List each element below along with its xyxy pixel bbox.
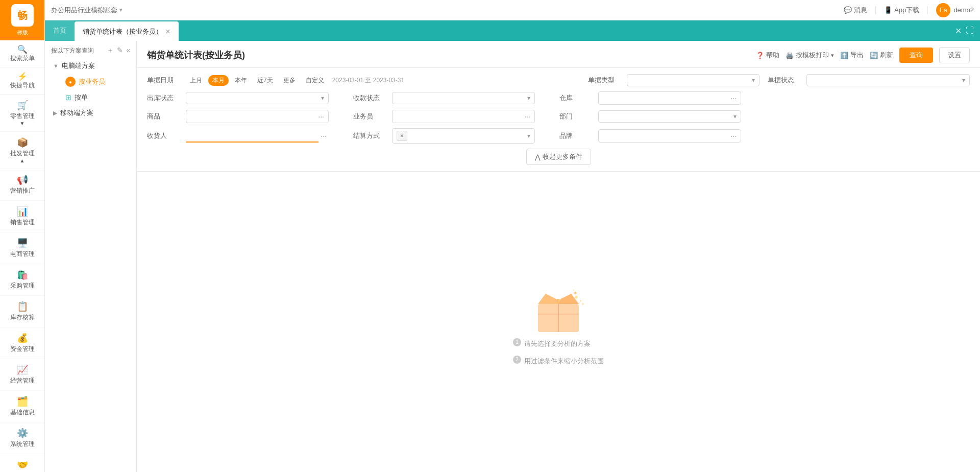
tabbar-expand-btn[interactable]: ⛶	[966, 26, 974, 35]
sidebar-item-marketing[interactable]: 📢 营销推广	[0, 169, 44, 201]
date-tabs: 上月 本月 本年 近7天 更多 自定义 2023-03-01 至 2023-03…	[186, 75, 404, 86]
sidebar-item-wholesale[interactable]: 📦 批发管理 ▲	[0, 132, 44, 169]
app-download-label: App下载	[894, 6, 919, 15]
out-status-arrow-icon: ▾	[321, 95, 324, 102]
wholesale-icon: 📦	[17, 137, 28, 148]
doc-status-select[interactable]: ▾	[806, 74, 970, 86]
tab-report[interactable]: 销货单统计表（按业务员） ✕	[75, 21, 179, 42]
app-download-icon: 📱	[884, 6, 892, 14]
date-tab-more[interactable]: 更多	[279, 75, 300, 86]
sidebar-item-inventory[interactable]: 📋 库存核算	[0, 296, 44, 327]
sidebar-logo[interactable]: 畅 标版	[0, 0, 44, 40]
date-tab-custom[interactable]: 自定义	[302, 75, 328, 86]
sidebar-item-system[interactable]: ⚙️ 系统管理	[0, 422, 44, 454]
tabbar-close-btn[interactable]: ✕	[955, 26, 962, 36]
empty-hint-2: 2 用过滤条件来缩小分析范围	[513, 355, 604, 368]
refresh-btn[interactable]: 🔄 刷新	[870, 51, 893, 60]
doc-status-label: 单据状态	[768, 76, 798, 85]
tab-report-label: 销货单统计表（按业务员）	[83, 27, 162, 36]
doc-type-select[interactable]: ▾	[627, 74, 760, 86]
sidebar-search[interactable]: 🔍 搜索菜单	[0, 40, 44, 67]
retail-icon: 🛒	[17, 100, 28, 111]
staff-label: 业务员	[353, 112, 384, 121]
pay-status-select[interactable]: ▾	[392, 92, 535, 104]
topbar-divider2	[927, 6, 928, 14]
avatar-text: Ea	[940, 7, 947, 14]
left-panel-actions: ＋ ✎ «	[107, 46, 130, 55]
sidebar-item-cooperation[interactable]: 🤝 企业协同	[0, 454, 44, 472]
sidebar-item-sales-label: 销售管理	[10, 218, 35, 227]
topbar-app-title[interactable]: 办公用品行业模拟账套 ▾	[51, 6, 122, 15]
query-btn[interactable]: 查询	[899, 48, 933, 63]
empty-illustration: ✦ ✦	[528, 276, 589, 337]
logo-text: 标版	[17, 29, 28, 36]
add-scheme-btn[interactable]: ＋	[107, 46, 114, 55]
sidebar-quick-nav[interactable]: ⚡ 快捷导航	[0, 67, 44, 95]
sidebar: 畅 标版 🔍 搜索菜单 ⚡ 快捷导航 🛒 零售管理 ▼ 📦 批发管理 ▲ 📢 营…	[0, 0, 45, 472]
date-tab-last-month[interactable]: 上月	[186, 75, 206, 86]
print-icon: 🖨️	[786, 52, 794, 59]
sales-icon: 📊	[17, 206, 28, 217]
staff-select[interactable]: ···	[392, 110, 535, 123]
goods-select[interactable]: ···	[186, 110, 329, 123]
collapse-panel-btn[interactable]: «	[126, 46, 130, 55]
tree-node-mobile[interactable]: ▶ 移动端方案	[45, 105, 136, 121]
consignee-input[interactable]	[186, 130, 318, 143]
app-download-btn[interactable]: 📱 App下载	[884, 6, 919, 15]
date-tab-this-month[interactable]: 本月	[208, 75, 229, 86]
sidebar-item-wholesale-label: 批发管理	[10, 149, 35, 158]
sidebar-item-retail[interactable]: 🛒 零售管理 ▼	[0, 95, 44, 132]
sidebar-item-system-label: 系统管理	[10, 440, 35, 449]
help-icon: ❓	[756, 52, 764, 59]
sidebar-item-finance[interactable]: 💰 资金管理	[0, 327, 44, 359]
edit-scheme-btn[interactable]: ✎	[117, 46, 123, 55]
out-status-select[interactable]: ▾	[186, 92, 329, 104]
tree-node-by-staff-label: 按业务员	[79, 77, 105, 86]
date-tab-7days[interactable]: 近7天	[253, 75, 277, 86]
collapse-row: ⋀ 收起更多条件	[147, 149, 970, 165]
sidebar-item-ecommerce[interactable]: 🖥️ 电商管理	[0, 232, 44, 264]
dept-select[interactable]: ▾	[598, 110, 741, 123]
consignee-field-wrap: ···	[186, 130, 329, 143]
content-area: 按以下方案查询 ＋ ✎ « ▼ 电脑端方案 ● 按业务员 ⊞ 按单	[45, 41, 980, 472]
doc-type-label: 单据类型	[588, 76, 619, 85]
sidebar-item-purchase-label: 采购管理	[10, 281, 35, 290]
settings-btn[interactable]: 设置	[939, 47, 970, 63]
basics-icon: 🗂️	[17, 396, 28, 407]
empty-hint-1: 1 请先选择要分析的方案	[513, 337, 604, 350]
tab-report-close-icon[interactable]: ✕	[165, 28, 170, 35]
sidebar-item-operations[interactable]: 📈 经营管理	[0, 359, 44, 391]
export-label: 导出	[850, 51, 864, 60]
settlement-select[interactable]: × ▾	[392, 128, 535, 144]
export-btn[interactable]: ⬆️ 导出	[840, 51, 864, 60]
sidebar-nav: 🛒 零售管理 ▼ 📦 批发管理 ▲ 📢 营销推广 📊 销售管理 🖥️ 电商管理 …	[0, 95, 44, 472]
tree-node-by-order-label: 按单	[75, 93, 88, 102]
tree-node-by-order[interactable]: ⊞ 按单	[59, 90, 136, 105]
filter-area: 单据日期 上月 本月 本年 近7天 更多 自定义 2023-03-01 至 20…	[137, 68, 980, 172]
refresh-label: 刷新	[880, 51, 893, 60]
refresh-icon: 🔄	[870, 52, 878, 59]
date-tab-this-year[interactable]: 本年	[231, 75, 251, 86]
warehouse-select[interactable]: ···	[598, 91, 741, 105]
cooperation-icon: 🤝	[17, 459, 28, 470]
date-range-text: 2023-03-01 至 2023-03-31	[332, 76, 404, 85]
help-label: 帮助	[766, 51, 779, 60]
user-profile-btn[interactable]: Ea demo2	[936, 3, 974, 17]
help-btn[interactable]: ❓ 帮助	[756, 51, 779, 60]
brand-select[interactable]: ···	[598, 129, 741, 143]
settlement-clear-tag[interactable]: ×	[397, 131, 407, 141]
settlement-x-icon[interactable]: ×	[400, 132, 404, 139]
print-btn[interactable]: 🖨️ 按模板打印 ▾	[786, 51, 834, 60]
collapse-btn[interactable]: ⋀ 收起更多条件	[526, 149, 591, 165]
tree-node-desktop[interactable]: ▼ 电脑端方案	[45, 58, 136, 74]
tab-home[interactable]: 首页	[45, 20, 75, 41]
tab-home-label: 首页	[53, 26, 66, 35]
message-btn[interactable]: 💬 消息	[844, 6, 867, 15]
tree-node-by-staff[interactable]: ● 按业务员	[59, 74, 136, 90]
sidebar-item-sales[interactable]: 📊 销售管理	[0, 201, 44, 232]
sidebar-item-basics[interactable]: 🗂️ 基础信息	[0, 391, 44, 422]
tree-node-mobile-label: 移动端方案	[60, 108, 93, 117]
sidebar-item-purchase[interactable]: 🛍️ 采购管理	[0, 264, 44, 296]
sidebar-item-basics-label: 基础信息	[10, 408, 35, 417]
message-label: 消息	[854, 6, 867, 15]
